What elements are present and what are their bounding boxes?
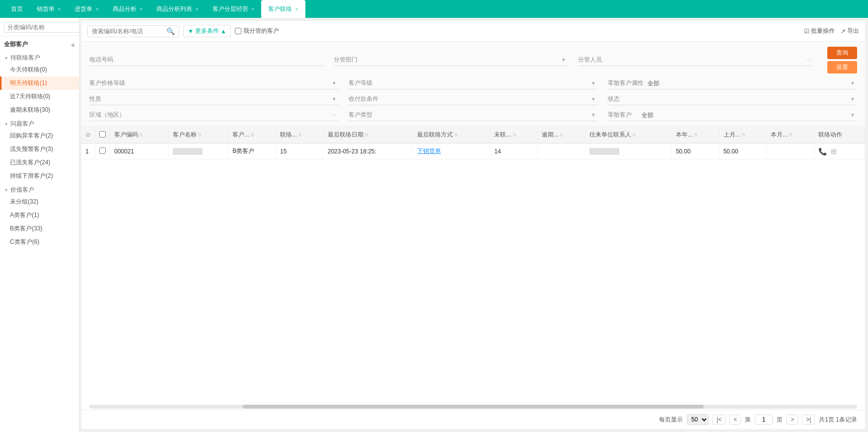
page-label: 第 — [745, 416, 751, 424]
value-customer-group[interactable]: 价值客户 — [0, 183, 79, 195]
collapse-icon[interactable]: « — [71, 41, 75, 49]
sort-icon[interactable]: ⇅ — [198, 132, 202, 138]
sidebar-item-class-c[interactable]: C类客户(6) — [0, 235, 79, 249]
set-button[interactable]: 设置 — [827, 61, 857, 73]
filter-phone-input[interactable] — [123, 57, 324, 64]
nav-product-analysis-list[interactable]: 商品分析列表 × — [149, 0, 205, 18]
sidebar-item-ungrouped[interactable]: 未分组(32) — [0, 195, 79, 209]
sort-icon[interactable]: ⇅ — [632, 132, 636, 138]
filter-value-level-select[interactable] — [129, 80, 339, 87]
close-icon[interactable]: × — [251, 6, 254, 12]
col-last-method: 最后联络方式⇅ — [413, 127, 490, 144]
table-settings-col[interactable]: ⚙ — [81, 127, 95, 144]
filter-manager-input[interactable] — [612, 57, 812, 64]
grid-action-icon[interactable]: ⊞ — [831, 147, 837, 155]
sidebar-item-class-a[interactable]: A类客户(1) — [0, 209, 79, 222]
nav-customer-segmentation[interactable]: 客户分层经营 × — [206, 0, 261, 18]
sort-icon[interactable]: ⇅ — [789, 132, 793, 138]
search-icon[interactable]: 🔍 — [166, 27, 175, 35]
row-last-date: 2023-05-23 18:25: — [323, 144, 413, 159]
row-last-method[interactable]: 下销货单 — [413, 144, 490, 159]
row-not-contacted: 14 — [490, 144, 538, 159]
prev-page-btn[interactable]: < — [729, 415, 741, 425]
select-all-checkbox[interactable] — [99, 131, 106, 138]
total-records-label: 共1页 1条记录 — [819, 416, 857, 424]
batch-op-btn[interactable]: ☑ 批量操作 — [804, 27, 835, 35]
per-page-select[interactable]: 50 — [687, 414, 709, 425]
nav-sales[interactable]: 销货单 × — [30, 0, 68, 18]
filter-status: 状态 ▼ — [608, 93, 857, 105]
sidebar-item-7days[interactable]: 近7天待联络(0) — [0, 90, 79, 103]
sidebar-item-today[interactable]: 今天待联络(0) — [0, 63, 79, 76]
problem-customer-group[interactable]: 问题客户 — [0, 117, 79, 129]
sidebar-item-abnormal[interactable]: 回购异常客户(2) — [0, 129, 79, 143]
close-icon[interactable]: × — [95, 6, 98, 12]
filter-region: 区域（地区） ··· — [89, 109, 339, 121]
search-input[interactable] — [92, 28, 166, 35]
filter-region-input[interactable] — [129, 112, 339, 119]
close-icon[interactable]: × — [295, 6, 298, 12]
row-checkbox[interactable] — [95, 144, 110, 159]
last-page-btn[interactable]: >| — [802, 415, 815, 425]
sidebar-item-churned[interactable]: 已流失客户(24) — [0, 156, 79, 169]
pending-contact-group[interactable]: 待联络客户 — [0, 51, 79, 63]
my-customer-checkbox[interactable]: 我分管的客户 — [235, 27, 279, 35]
filter-more-btn[interactable]: ▼ 更多条件 ▲ — [183, 25, 231, 37]
sort-icon[interactable]: ⇅ — [560, 132, 564, 138]
col-unit-contact: 往来单位联系人⇅ — [585, 127, 671, 144]
sort-icon[interactable]: ⇅ — [512, 132, 516, 138]
search-box[interactable]: 🔍 — [87, 25, 179, 37]
nav-home[interactable]: 首页 — [4, 0, 30, 18]
filter-payment-select[interactable] — [382, 96, 598, 103]
checkbox-icon: ☑ — [804, 28, 809, 35]
table-checkbox-col[interactable] — [95, 127, 110, 144]
col-not-contacted: 未联...⇅ — [490, 127, 538, 144]
close-icon[interactable]: × — [195, 6, 198, 12]
horizontal-scrollbar[interactable] — [89, 405, 857, 409]
sidebar-item-class-b[interactable]: B类客户(33) — [0, 222, 79, 235]
last-method-link[interactable]: 下销货单 — [417, 147, 441, 154]
export-btn[interactable]: ↗ 导出 — [841, 27, 859, 35]
sidebar-item-tomorrow[interactable]: 明天待联络(1) — [0, 76, 79, 90]
scroll-thumb[interactable] — [243, 405, 704, 409]
row-select-checkbox[interactable] — [99, 147, 106, 154]
row-this-month — [767, 144, 814, 159]
sidebar-search-input[interactable] — [4, 22, 79, 33]
nav-customer-contact[interactable]: 客户联络 × — [261, 0, 305, 18]
blurred-contact — [589, 148, 619, 155]
first-page-btn[interactable]: |< — [713, 415, 725, 425]
filter-gender-select[interactable] — [123, 96, 339, 103]
filter-customer-level-select[interactable] — [382, 80, 598, 87]
filter-customer-type-select[interactable] — [382, 112, 598, 119]
sidebar-item-declining[interactable]: 持续下滑客户(2) — [0, 169, 79, 183]
nav-purchase[interactable]: 进货单 × — [68, 0, 105, 18]
sort-icon[interactable]: ⇅ — [298, 132, 302, 138]
sort-icon[interactable]: ⇅ — [454, 132, 458, 138]
row-last-month: 50.00 — [719, 144, 767, 159]
next-page-btn[interactable]: > — [787, 415, 798, 425]
sort-icon[interactable]: ⇅ — [741, 132, 745, 138]
sort-icon[interactable]: ⇅ — [694, 132, 698, 138]
my-customer-check-input[interactable] — [235, 28, 241, 34]
nav-product-analysis[interactable]: 商品分析 × — [106, 0, 149, 18]
sort-icon[interactable]: ⇅ — [139, 132, 143, 138]
more-icon: ··· — [333, 112, 337, 118]
sort-icon[interactable]: ⇅ — [364, 132, 368, 138]
filter-row-2: 客户价格等级 ▼ 客户等级 ▼ 零散客户属性 全部 ▼ — [89, 77, 857, 89]
content-area: 🔍 ▼ 更多条件 ▲ 我分管的客户 ☑ 批量操作 ↗ 导出 — [81, 21, 865, 429]
page-suffix: 页 — [777, 416, 783, 424]
all-customers-header[interactable]: 全部客户 « — [0, 36, 79, 51]
sidebar-item-churn-warn[interactable]: 流失预警客户(3) — [0, 143, 79, 156]
query-button[interactable]: 查询 — [827, 47, 857, 59]
sort-icon[interactable]: ⇅ — [250, 132, 254, 138]
filter-status-select[interactable] — [642, 96, 857, 103]
filter-dept-select[interactable] — [367, 57, 568, 64]
chevron-up-icon: ▲ — [220, 28, 226, 35]
page-number-input[interactable] — [755, 415, 773, 425]
filter-retail-customer-select[interactable]: 全部 — [642, 112, 857, 119]
close-icon[interactable]: × — [58, 6, 61, 12]
filter-retail-attr-select[interactable]: 全部 — [648, 80, 857, 87]
close-icon[interactable]: × — [140, 6, 143, 12]
sidebar-item-overdue[interactable]: 逾期未联络(30) — [0, 103, 79, 117]
phone-action-icon[interactable]: 📞 — [818, 147, 827, 155]
